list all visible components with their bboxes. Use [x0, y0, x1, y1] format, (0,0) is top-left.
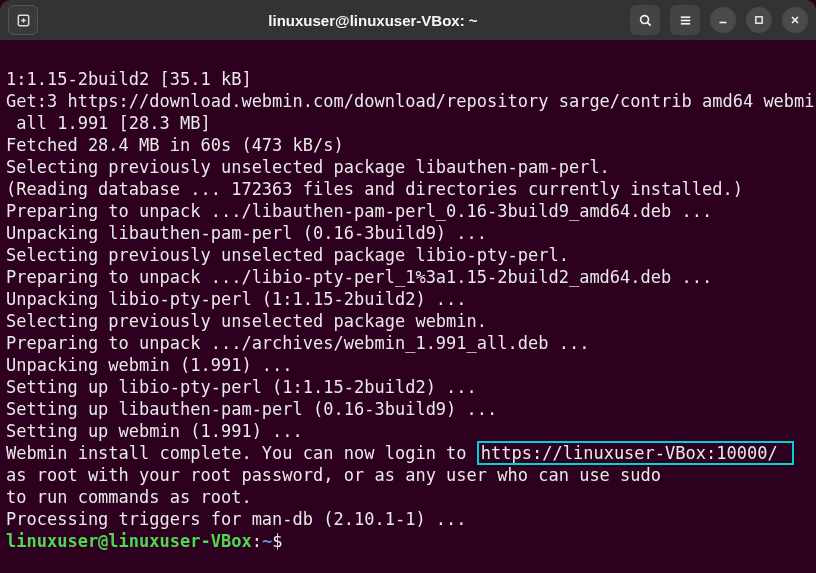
output-line: Get:3 https://download.webmin.com/downlo… [6, 91, 816, 111]
output-line: Preparing to unpack .../libauthen-pam-pe… [6, 201, 712, 221]
output-line: Setting up libio-pty-perl (1:1.15-2build… [6, 377, 477, 397]
cursor [293, 533, 302, 551]
new-tab-button[interactable] [8, 5, 38, 35]
search-button[interactable] [630, 5, 660, 35]
prompt-user-host: linuxuser@linuxuser-VBox [6, 531, 252, 551]
output-line: all 1.991 [28.3 MB] [6, 113, 211, 133]
titlebar: linuxuser@linuxuser-VBox: ~ [0, 0, 816, 40]
output-line: Selecting previously unselected package … [6, 311, 487, 331]
svg-rect-9 [756, 17, 762, 23]
output-line: Setting up libauthen-pam-perl (0.16-3bui… [6, 399, 497, 419]
output-line: Processing triggers for man-db (2.10.1-1… [6, 509, 467, 529]
terminal-output[interactable]: 1:1.15-2build2 [35.1 kB] Get:3 https://d… [0, 40, 816, 558]
close-button[interactable] [782, 7, 808, 33]
svg-line-4 [647, 22, 650, 25]
menu-button[interactable] [670, 5, 700, 35]
output-line: Fetched 28.4 MB in 60s (473 kB/s) [6, 135, 344, 155]
prompt-colon: : [252, 531, 262, 551]
output-line: Unpacking webmin (1.991) ... [6, 355, 293, 375]
output-line: Unpacking libauthen-pam-perl (0.16-3buil… [6, 223, 487, 243]
login-url-highlight: https://linuxuser-VBox:10000/ [477, 441, 794, 465]
output-line: Preparing to unpack .../archives/webmin_… [6, 333, 589, 353]
prompt-dollar: $ [272, 531, 282, 551]
output-line: Selecting previously unselected package … [6, 245, 569, 265]
output-line: Preparing to unpack .../libio-pty-perl_1… [6, 267, 712, 287]
maximize-button[interactable] [746, 7, 772, 33]
output-line: (Reading database ... 172363 files and d… [6, 179, 743, 199]
svg-point-3 [640, 15, 648, 23]
output-line: Webmin install complete. You can now log… [6, 443, 467, 463]
output-line: to run commands as root. [6, 487, 252, 507]
output-line: 1:1.15-2build2 [35.1 kB] [6, 69, 252, 89]
output-line: Unpacking libio-pty-perl (1:1.15-2build2… [6, 289, 467, 309]
window-title: linuxuser@linuxuser-VBox: ~ [158, 12, 588, 29]
minimize-button[interactable] [710, 7, 736, 33]
output-line: Selecting previously unselected package … [6, 157, 610, 177]
output-line: as root with your root password, or as a… [6, 465, 661, 485]
output-line: Setting up webmin (1.991) ... [6, 421, 303, 441]
prompt-path: ~ [262, 531, 272, 551]
